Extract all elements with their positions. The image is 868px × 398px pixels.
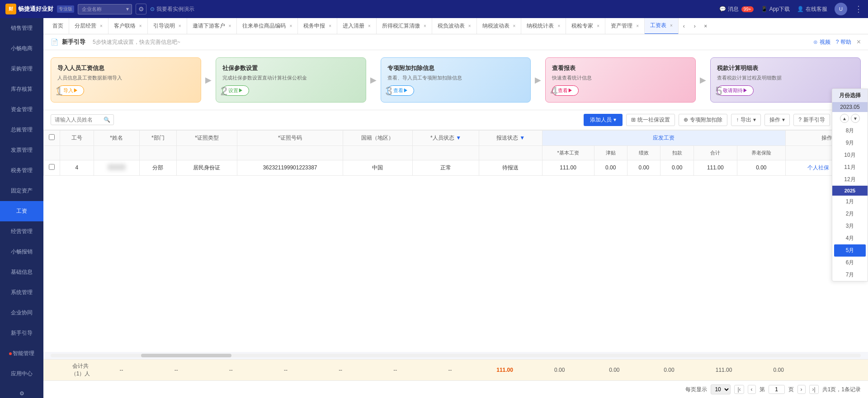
tab-close[interactable]: ×: [289, 23, 292, 28]
tab-close[interactable]: ×: [100, 23, 103, 28]
step-5-btn[interactable]: 敬请期待▶: [717, 85, 754, 96]
month-item-7[interactable]: 7月: [832, 269, 868, 281]
tab-nav-left[interactable]: ‹: [679, 18, 689, 34]
operations-btn[interactable]: 操作 ▾: [764, 114, 790, 126]
sidebar-item-invoice[interactable]: 发票管理: [0, 140, 43, 160]
guide-subtitle: 5步快速完成设置，快去完善信息吧~: [93, 38, 180, 46]
export-btn[interactable]: ↑ 导出 ▾: [731, 114, 761, 126]
tab-layered[interactable]: 分层经营×: [69, 18, 108, 34]
next-page-btn[interactable]: ›: [797, 385, 806, 394]
company-selector[interactable]: 企业名称 ▾: [78, 4, 132, 14]
sidebar-item-salary[interactable]: 工资: [0, 201, 43, 221]
last-page-btn[interactable]: ›|: [809, 385, 819, 394]
row-checkbox[interactable]: [49, 164, 55, 170]
sidebar-gear-btn[interactable]: ⚙: [0, 384, 43, 398]
th-id-type: *证照类型: [176, 130, 237, 145]
status-filter-icon[interactable]: ▼: [456, 135, 461, 141]
tab-home[interactable]: 首页: [47, 18, 69, 34]
sidebar-item-system[interactable]: 系统管理: [0, 282, 43, 303]
guide-close-btn[interactable]: ×: [857, 38, 861, 46]
tab-tax-report[interactable]: 税务申报×: [298, 18, 337, 34]
tab-register[interactable]: 进入清册×: [337, 18, 377, 34]
tab-tax-wave[interactable]: 纳税波动表×: [477, 18, 522, 34]
tab-close[interactable]: ×: [636, 23, 639, 28]
sidebar-item-tax[interactable]: 税务管理: [0, 160, 43, 181]
prev-page-btn[interactable]: ‹: [748, 385, 756, 394]
sidebar-item-ledger[interactable]: 总账管理: [0, 120, 43, 140]
sidebar-item-fixed[interactable]: 固定资产: [0, 181, 43, 201]
guide-video-link[interactable]: ⊙ 视频: [813, 38, 830, 46]
scrollbar-thumb[interactable]: [141, 354, 231, 357]
smart-dot: [9, 352, 12, 355]
tab-tax-expert[interactable]: 税检专家×: [566, 18, 605, 34]
first-page-btn[interactable]: |‹: [734, 385, 744, 394]
tab-contact[interactable]: 客户联络×: [108, 18, 148, 34]
tab-close[interactable]: ×: [329, 23, 331, 28]
sidebar-item-purchase[interactable]: 采购管理: [0, 59, 43, 79]
month-item-10[interactable]: 10月: [832, 149, 868, 161]
tab-close[interactable]: ×: [557, 23, 560, 28]
tab-close[interactable]: ×: [368, 23, 371, 28]
tab-close-all[interactable]: ×: [700, 18, 711, 34]
tab-invite[interactable]: 邀请下游客户×: [187, 18, 237, 34]
month-item-1[interactable]: 1月: [832, 196, 868, 208]
tab-product-code[interactable]: 往来单位商品编码×: [237, 18, 298, 34]
tab-close[interactable]: ×: [139, 23, 142, 28]
month-item-6[interactable]: 6月: [832, 257, 868, 269]
month-item-3[interactable]: 3月: [832, 220, 868, 232]
guide-btn[interactable]: ? 新手引导: [793, 114, 830, 126]
user-avatar[interactable]: U: [835, 3, 847, 15]
app-download-btn[interactable]: 📱 App下载: [761, 5, 790, 13]
tab-asset[interactable]: 资产管理×: [605, 18, 645, 34]
sidebar-item-collab[interactable]: 企业协同: [0, 303, 43, 323]
tab-close-salary[interactable]: ×: [670, 23, 673, 28]
month-item-11[interactable]: 11月: [832, 161, 868, 173]
month-item-12[interactable]: 12月: [832, 173, 868, 186]
submit-filter-icon[interactable]: ▼: [519, 135, 525, 141]
tab-close[interactable]: ×: [179, 23, 181, 28]
month-item-9[interactable]: 9月: [832, 137, 868, 149]
guide-help-link[interactable]: ? 帮助: [836, 38, 851, 46]
per-page-select[interactable]: 10 20 50: [711, 384, 731, 394]
tab-guide[interactable]: 引导说明×: [148, 18, 187, 34]
month-item-8[interactable]: 8月: [832, 125, 868, 137]
month-item-4[interactable]: 4月: [832, 232, 868, 244]
sidebar-item-appcenter[interactable]: 应用中心: [0, 364, 43, 384]
tab-nav-right[interactable]: ›: [689, 18, 700, 34]
tab-close[interactable]: ×: [513, 23, 516, 28]
tab-close[interactable]: ×: [597, 23, 599, 28]
month-item-5-active[interactable]: 5月: [834, 244, 866, 257]
special-deduction-btn[interactable]: ⊕ 专项附加扣除: [679, 114, 727, 126]
add-person-btn[interactable]: 添加人员 ▾: [584, 114, 623, 126]
tab-income-tax[interactable]: 所得税汇算清缴×: [377, 18, 432, 34]
page-input[interactable]: [769, 385, 785, 394]
demo-link[interactable]: ⊙ 我要看实例演示: [150, 5, 194, 13]
tab-close[interactable]: ×: [424, 23, 426, 28]
sidebar-item-smart[interactable]: 智能管理: [0, 343, 43, 364]
sidebar-item-basic[interactable]: 基础信息: [0, 262, 43, 282]
sidebar-item-report[interactable]: 小畅报销: [0, 242, 43, 262]
sidebar-item-fund[interactable]: 资金管理: [0, 99, 43, 120]
sidebar-item-ecommerce[interactable]: 小畅电商: [0, 38, 43, 59]
tab-tax-stat[interactable]: 纳税统计表×: [521, 18, 566, 34]
action-personal-social[interactable]: 个人社保: [807, 164, 829, 171]
month-item-2[interactable]: 2月: [832, 208, 868, 220]
select-all-checkbox[interactable]: [49, 134, 55, 140]
sidebar-item-inventory[interactable]: 库存核算: [0, 79, 43, 99]
sidebar-item-sales[interactable]: 销售管理: [0, 18, 43, 38]
online-service-btn[interactable]: 👤 在线客服: [797, 5, 827, 13]
sidebar-item-ops[interactable]: 经营管理: [0, 221, 43, 242]
unified-settings-btn[interactable]: ⊞ 统一社保设置: [626, 114, 675, 126]
user-menu-btn[interactable]: ⋮: [854, 4, 863, 14]
tab-close[interactable]: ×: [468, 23, 471, 28]
month-nav-down[interactable]: ▼: [851, 114, 860, 123]
tab-tax-burden[interactable]: 税负波动表×: [432, 18, 477, 34]
month-nav-up[interactable]: ▲: [840, 114, 849, 123]
settings-icon[interactable]: ⚙: [136, 4, 146, 14]
tab-salary[interactable]: 工资表×: [645, 18, 679, 34]
message-btn[interactable]: 💬 消息 99+: [719, 5, 754, 13]
sidebar-item-guide[interactable]: 新手引导: [0, 323, 43, 343]
horizontal-scrollbar[interactable]: [51, 354, 861, 357]
tab-close[interactable]: ×: [229, 23, 231, 28]
search-input[interactable]: [51, 114, 114, 125]
